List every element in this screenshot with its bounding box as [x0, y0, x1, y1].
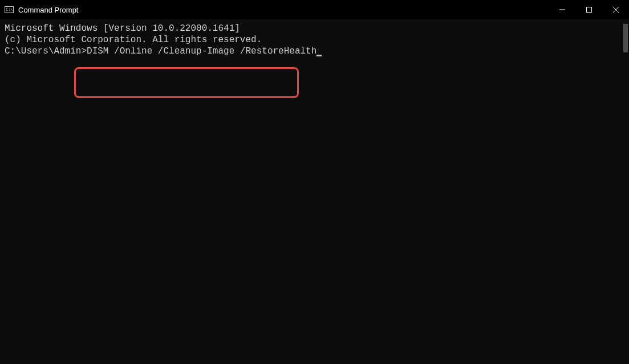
vertical-scrollbar[interactable]: [623, 24, 628, 52]
copyright-line: (c) Microsoft Corporation. All rights re…: [5, 34, 624, 46]
command-prompt-window: C:\ Command Prompt Microsoft Windows [Ve…: [0, 0, 629, 364]
text-cursor: [316, 55, 322, 56]
command-line: C:\Users\Admin>DISM /Online /Cleanup-Ima…: [5, 46, 322, 57]
svg-text:C:\: C:\: [6, 7, 13, 12]
prompt-path: C:\Users\Admin>: [5, 46, 87, 56]
entered-command: DISM /Online /Cleanup-Image /RestoreHeal…: [87, 46, 316, 56]
close-button[interactable]: [602, 0, 629, 19]
terminal-output[interactable]: Microsoft Windows [Version 10.0.22000.16…: [0, 19, 629, 364]
maximize-button[interactable]: [575, 0, 602, 19]
annotation-highlight-box: [74, 67, 299, 98]
svg-rect-3: [586, 7, 591, 13]
titlebar[interactable]: C:\ Command Prompt: [0, 0, 629, 19]
version-line: Microsoft Windows [Version 10.0.22000.16…: [5, 23, 624, 34]
cmd-icon: C:\: [5, 5, 14, 14]
minimize-button[interactable]: [549, 0, 575, 19]
window-title: Command Prompt: [18, 6, 78, 14]
window-controls: [549, 0, 629, 19]
